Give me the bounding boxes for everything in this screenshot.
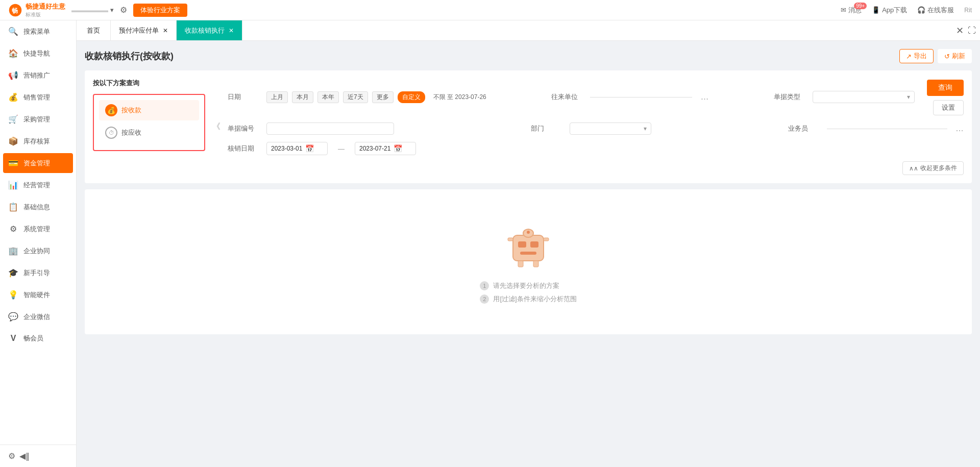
message-badge: 99+ [854, 3, 867, 9]
verify-date-start-calendar-icon[interactable]: 📅 [305, 144, 314, 153]
sidebar-item-basic-info[interactable]: 📋 基础信息 [0, 196, 76, 218]
tab-home[interactable]: 首页 [77, 20, 111, 40]
sidebar-item-label: 销售管理 [23, 93, 50, 102]
date-btn-this-year[interactable]: 本年 [317, 91, 339, 103]
topbar-dropdown[interactable]: ▬▬▬▬▬▬ ▾ [71, 6, 114, 14]
verify-date-end-input[interactable]: 2023-07-21 📅 [355, 142, 416, 155]
purchase-icon: 🛒 [8, 114, 18, 124]
sidebar-item-purchase[interactable]: 🛒 采购管理 [0, 108, 76, 130]
tabbar-close-button[interactable]: ✕ [956, 25, 964, 36]
tab-payment-verify-close[interactable]: ✕ [229, 27, 234, 34]
marketing-icon: 📢 [8, 70, 18, 80]
verify-date-start-input[interactable]: 2023-03-01 📅 [266, 142, 328, 155]
date-range-dash: — [338, 145, 345, 153]
date-btn-this-month[interactable]: 本月 [292, 91, 313, 103]
staff-dots[interactable]: … [955, 124, 964, 133]
date-btn-custom[interactable]: 自定义 [398, 91, 425, 103]
wechat-icon: 💬 [8, 312, 18, 322]
date-btn-7days[interactable]: 近7天 [343, 91, 368, 103]
step-num-1: 1 [480, 281, 489, 290]
sidebar-item-nav[interactable]: 🏠 快捷导航 [0, 42, 76, 64]
tab-payment-verify-label: 收款核销执行 [185, 26, 225, 35]
sidebar-item-search[interactable]: 🔍 搜索菜单 [0, 20, 76, 42]
doc-no-label: 单据编号 [228, 124, 258, 133]
basic-info-icon: 📋 [8, 202, 18, 212]
export-icon: ↗ [906, 53, 912, 60]
counter-party-dots[interactable]: … [700, 92, 708, 102]
filter-section-title: 按以下方案查询 [93, 79, 205, 88]
filter-rows: 日期 上月 本月 本年 近7天 更多 自定义 不限 至 2023-07-26 [228, 79, 964, 155]
sidebar-settings-icon[interactable]: ⚙ [8, 451, 15, 461]
empty-step-2-text: 用[过滤]条件来缩小分析范围 [493, 294, 576, 304]
query-btn-group: 查询 设置 [923, 79, 964, 115]
sidebar-item-label: 畅会员 [23, 334, 43, 343]
sidebar-item-label: 资金管理 [23, 159, 50, 168]
sidebar-item-hardware[interactable]: 💡 智能硬件 [0, 284, 76, 306]
svg-point-11 [527, 231, 530, 234]
step-num-2: 2 [480, 294, 489, 304]
funds-icon: 💳 [8, 158, 18, 168]
filter-collapse-button[interactable]: 《 [211, 79, 222, 175]
refresh-icon: ↺ [944, 53, 950, 60]
sidebar-item-member[interactable]: V 畅会员 [0, 328, 76, 349]
export-button[interactable]: ↗ 导出 [899, 49, 934, 63]
tab-payment-verify[interactable]: 收款核销执行 ✕ [177, 20, 242, 40]
date-btn-more[interactable]: 更多 [372, 91, 394, 103]
refresh-button[interactable]: ↺ 刷新 [938, 49, 972, 63]
svg-text:畅: 畅 [12, 7, 18, 14]
page-title-row: 收款核销执行(按收款) ↗ 导出 ↺ 刷新 [85, 49, 972, 63]
logo: 畅 畅捷通好生意 标准版 [8, 2, 65, 18]
verify-date-end-calendar-icon[interactable]: 📅 [394, 144, 402, 153]
settings-button[interactable]: 设置 [933, 100, 964, 115]
filter-option-by-receivable[interactable]: ⏱ 按应收 [99, 122, 199, 143]
empty-illustration [498, 220, 559, 271]
date-filter-group: 上月 本月 本年 近7天 更多 自定义 [266, 91, 425, 103]
tab-prepay-close[interactable]: ✕ [163, 27, 168, 34]
operations-icon: 📊 [8, 180, 18, 190]
dept-select[interactable]: ▾ [570, 122, 651, 135]
sidebar-item-label: 经营管理 [23, 181, 50, 190]
doc-type-select[interactable]: ▾ [813, 91, 915, 103]
receivable-option-icon: ⏱ [105, 127, 117, 139]
guide-icon: 🎓 [8, 268, 18, 278]
message-button[interactable]: ✉ 消息 99+ [841, 6, 862, 15]
date-btn-last-month[interactable]: 上月 [266, 91, 288, 103]
sidebar-item-sales[interactable]: 💰 销售管理 [0, 86, 76, 108]
app-label: App下载 [882, 6, 907, 15]
sidebar-item-enterprise[interactable]: 🏢 企业协同 [0, 240, 76, 262]
collapse-more-button[interactable]: ∧∧ 收起更多条件 [902, 161, 964, 175]
tab-prepay[interactable]: 预付冲应付单 ✕ [111, 20, 177, 40]
sidebar-item-inventory[interactable]: 📦 库存核算 [0, 130, 76, 152]
sidebar-item-marketing[interactable]: 📢 营销推广 [0, 64, 76, 86]
sidebar-item-label: 新手引导 [23, 268, 50, 278]
sidebar-item-wechat[interactable]: 💬 企业微信 [0, 306, 76, 328]
online-service-button[interactable]: 🎧 在线客服 [917, 6, 954, 15]
page-actions: ↗ 导出 ↺ 刷新 [899, 49, 972, 63]
tabbar-expand-button[interactable]: ⛶ [968, 26, 976, 35]
query-button[interactable]: 查询 [927, 80, 964, 96]
payment-option-icon: 💰 [105, 104, 117, 116]
gear-icon[interactable]: ⚙ [120, 5, 127, 15]
hardware-icon: 💡 [8, 290, 18, 300]
sidebar-item-guide[interactable]: 🎓 新手引导 [0, 262, 76, 284]
solution-button[interactable]: 体验行业方案 [133, 4, 187, 17]
sidebar-item-system[interactable]: ⚙ 系统管理 [0, 218, 76, 240]
sidebar-item-funds[interactable]: 💳 资金管理 [3, 153, 73, 173]
service-label: 在线客服 [927, 6, 954, 15]
service-icon: 🎧 [917, 6, 925, 14]
user-name[interactable]: Rit [964, 7, 972, 14]
sales-icon: 💰 [8, 92, 18, 102]
svg-rect-6 [508, 238, 513, 241]
logo-text: 畅捷通好生意 标准版 [26, 2, 65, 18]
app-download-button[interactable]: 📱 App下载 [872, 6, 907, 15]
receivable-option-label: 按应收 [121, 128, 141, 137]
main-layout: 🔍 搜索菜单 🏠 快捷导航 📢 营销推广 💰 销售管理 🛒 采购管理 📦 库存核… [0, 20, 980, 467]
doc-no-input[interactable] [266, 122, 394, 135]
tabbar-actions: ✕ ⛶ [956, 25, 980, 36]
filter-option-by-payment[interactable]: 💰 按收款 [99, 100, 199, 120]
sidebar-collapse-button[interactable]: ◀‖ [19, 451, 30, 461]
inventory-icon: 📦 [8, 136, 18, 146]
sidebar-item-operations[interactable]: 📊 经营管理 [0, 174, 76, 196]
home-icon: 🏠 [8, 48, 18, 58]
payment-option-label: 按收款 [121, 106, 141, 115]
